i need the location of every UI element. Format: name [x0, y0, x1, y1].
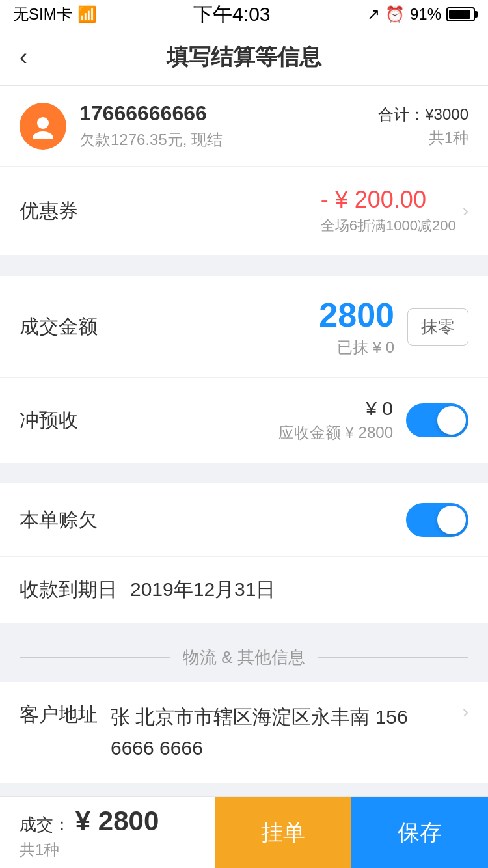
- status-bar: 无SIM卡 📶 下午4:03 ↗ ⏰ 91%: [0, 0, 488, 29]
- svg-point-1: [33, 131, 53, 139]
- status-right: ↗ ⏰ 91%: [367, 5, 475, 23]
- address-label: 客户地址: [20, 701, 98, 728]
- wifi-icon: 📶: [77, 5, 97, 23]
- bottom-deal-row: 成交： ¥ 2800: [20, 806, 195, 837]
- due-date-label: 收款到期日: [20, 576, 117, 603]
- coupon-row[interactable]: 优惠券 - ¥ 200.00 全场6折满1000减200 ›: [0, 166, 488, 255]
- bottom-summary: 成交： ¥ 2800 共1种: [0, 806, 215, 860]
- precharge-amount-block: ¥ 0 应收金额 ¥ 2800: [278, 398, 393, 443]
- coupon-amount: - ¥ 200.00: [321, 186, 456, 213]
- status-left: 无SIM卡 📶: [13, 4, 97, 25]
- user-right: 合计：¥3000 共1种: [378, 104, 468, 148]
- coupon-arrow-icon: ›: [463, 200, 468, 221]
- deal-amount-value[interactable]: 2800: [319, 295, 394, 334]
- coupon-desc: 全场6折满1000减200: [321, 216, 456, 236]
- bottom-amount: ¥ 2800: [75, 806, 159, 836]
- back-button[interactable]: ‹: [20, 44, 27, 71]
- deal-amount-label: 成交金额: [20, 314, 98, 340]
- save-button[interactable]: 保存: [351, 797, 488, 869]
- logistics-divider-right: [318, 657, 468, 658]
- address-card: 客户地址 张 北京市市辖区海淀区永丰南 156 6666 6666 ›: [0, 682, 488, 783]
- deal-amount-card: 成交金额 2800 已抹 ¥ 0 抹零 冲预收 ¥ 0 应收金额 ¥ 2800: [0, 276, 488, 463]
- address-value: 张 北京市市辖区海淀区永丰南 156 6666 6666: [111, 701, 450, 764]
- total-label: 合计：¥3000: [378, 104, 468, 125]
- bottom-deal-label: 成交：: [20, 815, 70, 834]
- nav-bar: ‹ 填写结算等信息: [0, 29, 488, 86]
- location-icon: ↗: [367, 5, 380, 23]
- deal-amount-right: 2800 已抹 ¥ 0 抹零: [319, 295, 468, 358]
- address-arrow-icon: ›: [463, 701, 468, 722]
- coupon-right: - ¥ 200.00 全场6折满1000减200 ›: [321, 186, 468, 236]
- precharge-sub: 应收金额 ¥ 2800: [278, 422, 393, 443]
- total-count: 共1种: [378, 128, 468, 148]
- precharge-toggle[interactable]: [406, 403, 468, 437]
- due-date-value: 2019年12月31日: [130, 576, 275, 603]
- section-divider-2: [0, 473, 488, 483]
- logistics-title: 物流 & 其他信息: [183, 646, 305, 669]
- toggle-knob: [437, 406, 466, 435]
- carrier-text: 无SIM卡: [13, 4, 72, 25]
- due-date-row: 收款到期日 2019年12月31日: [0, 556, 488, 623]
- precharge-amount: ¥ 0: [278, 398, 393, 420]
- bottom-bar: 成交： ¥ 2800 共1种 挂单 保存: [0, 796, 488, 868]
- precharge-row: 冲预收 ¥ 0 应收金额 ¥ 2800: [0, 377, 488, 463]
- bad-debt-card: 本单赊欠 收款到期日 2019年12月31日: [0, 483, 488, 623]
- deal-amount-sub: 已抹 ¥ 0: [319, 337, 394, 358]
- status-time: 下午4:03: [193, 1, 270, 28]
- logistics-header: 物流 & 其他信息: [0, 633, 488, 682]
- user-row: 17666666666 欠款1276.35元, 现结 合计：¥3000 共1种: [0, 86, 488, 166]
- precharge-right: ¥ 0 应收金额 ¥ 2800: [278, 398, 468, 443]
- address-row[interactable]: 客户地址 张 北京市市辖区海淀区永丰南 156 6666 6666 ›: [0, 682, 488, 783]
- section-divider-1: [0, 265, 488, 276]
- avatar: [20, 103, 66, 150]
- battery-icon: [446, 7, 475, 21]
- user-info: 17666666666 欠款1276.35元, 现结: [79, 102, 223, 150]
- bad-debt-toggle[interactable]: [406, 503, 468, 537]
- user-left: 17666666666 欠款1276.35元, 现结: [20, 102, 223, 150]
- alarm-icon: ⏰: [385, 5, 405, 23]
- bad-debt-label: 本单赊欠: [20, 507, 98, 534]
- content-area: 17666666666 欠款1276.35元, 现结 合计：¥3000 共1种 …: [0, 86, 488, 868]
- page-title: 填写结算等信息: [167, 42, 321, 72]
- precharge-label: 冲预收: [20, 407, 78, 434]
- bottom-count: 共1种: [20, 839, 195, 860]
- bad-debt-toggle-knob: [437, 506, 466, 534]
- svg-point-0: [37, 117, 49, 129]
- user-debt: 欠款1276.35元, 现结: [79, 129, 223, 150]
- user-info-card: 17666666666 欠款1276.35元, 现结 合计：¥3000 共1种 …: [0, 86, 488, 255]
- logistics-divider-left: [20, 657, 170, 658]
- bad-debt-row: 本单赊欠: [0, 483, 488, 556]
- battery-percent: 91%: [410, 5, 441, 23]
- round-button[interactable]: 抹零: [407, 308, 468, 346]
- deal-amount-row: 成交金额 2800 已抹 ¥ 0 抹零: [0, 276, 488, 377]
- hang-button[interactable]: 挂单: [215, 797, 351, 869]
- coupon-label: 优惠券: [20, 198, 78, 224]
- user-phone: 17666666666: [79, 102, 223, 126]
